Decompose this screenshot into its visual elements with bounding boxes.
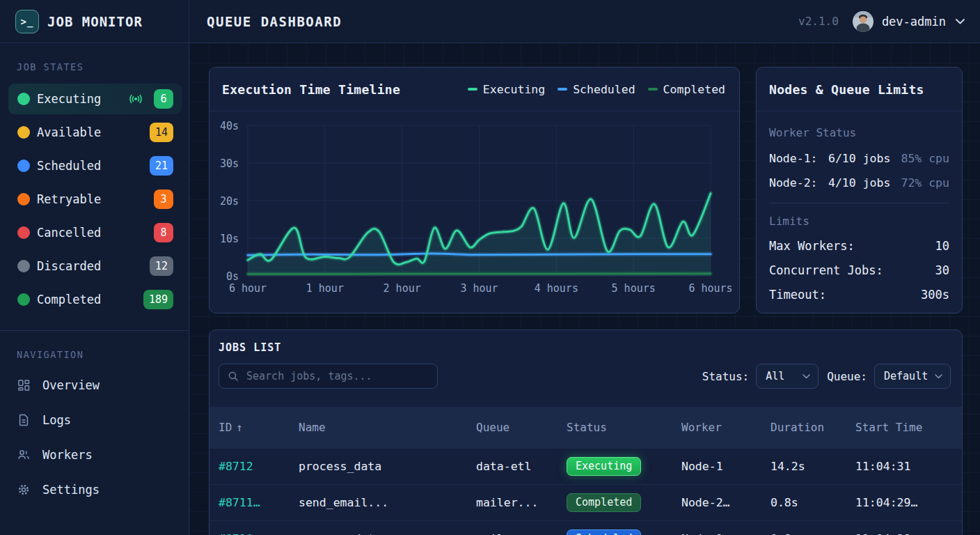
worker-row: Node-1: 6/10 jobs 85% cpu — [769, 152, 949, 165]
chevron-down-icon[interactable] — [956, 19, 965, 24]
logo-glyph: >_ — [21, 16, 34, 27]
column-header[interactable]: Queue — [476, 421, 567, 434]
sidebar-divider — [0, 330, 189, 331]
job-id-link[interactable]: #8710 — [219, 532, 299, 535]
username[interactable]: dev-admin — [882, 15, 946, 29]
legend-dash-icon — [468, 88, 477, 91]
column-header[interactable]: Start Time — [855, 421, 962, 434]
table-row[interactable]: #8710 process_data mailer Scheduled Node… — [210, 520, 962, 535]
column-header[interactable]: ID↑ — [219, 421, 299, 434]
state-dot-icon — [17, 93, 30, 105]
sidebar-state-item[interactable]: Scheduled 21 — [8, 150, 182, 181]
job-queue: mailer — [476, 532, 567, 535]
column-header[interactable]: Status — [567, 421, 681, 434]
jobs-list-card: JOBS LIST Status: All Queue: — [209, 329, 963, 535]
search-input[interactable] — [219, 364, 438, 389]
job-name: send_email... — [299, 496, 476, 509]
column-header[interactable]: Worker — [681, 421, 770, 434]
svg-text:2 hour: 2 hour — [384, 282, 421, 295]
table-row[interactable]: #8712 process_data data-etl Executing No… — [210, 448, 962, 484]
nav-label: Settings — [42, 483, 100, 497]
state-count-badge: 6 — [154, 89, 173, 109]
card-divider — [769, 203, 949, 203]
status-filter-label: Status: — [702, 370, 749, 383]
page-title: QUEUE DASHBOARD — [207, 14, 342, 29]
chevron-down-icon — [803, 374, 810, 379]
job-duration: 0.8s — [770, 532, 855, 535]
svg-text:10s: 10s — [220, 233, 239, 245]
limits-list: Max Workers: 10 Concurrent Jobs: 30 Time… — [769, 239, 949, 302]
worker-status-list: Node-1: 6/10 jobs 85% cpu Node-2: 4/10 j… — [769, 152, 949, 189]
column-header[interactable]: Duration — [770, 421, 855, 434]
svg-text:1 hour: 1 hour — [306, 282, 344, 295]
svg-text:20s: 20s — [220, 195, 239, 208]
limits-heading: Limits — [769, 215, 949, 228]
state-label: Executing — [37, 92, 120, 106]
main-content: Execution Time Timeline Executing Schedu… — [189, 43, 980, 535]
chart-legend: Executing Scheduled Completed — [468, 83, 725, 96]
app-title: JOB MONITOR — [47, 14, 143, 29]
state-dot-icon — [17, 293, 30, 306]
state-dot-icon — [17, 126, 30, 139]
nav-label: Workers — [42, 448, 93, 462]
state-dot-icon — [17, 226, 30, 239]
svg-text:6 hours: 6 hours — [688, 282, 732, 295]
column-header[interactable]: Name — [299, 421, 476, 434]
state-label: Completed — [37, 293, 136, 307]
legend-item: Executing — [468, 83, 545, 96]
sidebar-state-item[interactable]: Discarded 12 — [8, 251, 182, 281]
job-id-link[interactable]: #8712 — [219, 460, 299, 473]
status-filter-select[interactable]: All — [756, 364, 819, 389]
legend-dash-icon — [558, 88, 567, 91]
terminal-logo-icon: >_ — [15, 10, 39, 33]
jobs-list-heading: JOBS LIST — [219, 330, 951, 354]
sort-arrow: ↑ — [236, 421, 243, 434]
version-label: v2.1.0 — [798, 15, 839, 28]
svg-text:4 hours: 4 hours — [535, 282, 578, 295]
sidebar: JOB STATES Executing 6 Available 14 — [0, 43, 189, 535]
sidebar-item-overview[interactable]: Overview — [0, 371, 189, 399]
brand: >_ JOB MONITOR — [0, 0, 189, 43]
job-start-time: 11:04:29 — [855, 532, 962, 535]
svg-text:40s: 40s — [220, 120, 239, 132]
avatar[interactable] — [853, 11, 874, 32]
gear-icon — [17, 483, 31, 497]
status-badge: Executing — [567, 457, 641, 476]
status-badge: Scheduled — [567, 529, 641, 535]
users-icon — [17, 448, 31, 462]
job-name: process_data — [299, 532, 476, 535]
nodes-card-title: Nodes & Queue Limits — [769, 82, 924, 97]
job-worker: Node-2… — [681, 496, 770, 509]
sidebar-state-item[interactable]: Executing 6 — [8, 84, 182, 114]
state-dot-icon — [17, 260, 30, 272]
queue-filter-select[interactable]: Default — [874, 364, 951, 389]
navigation-heading: NAVIGATION — [0, 349, 189, 360]
limit-row: Max Workers: 10 — [769, 239, 949, 253]
nav-label: Logs — [42, 413, 71, 427]
job-start-time: 11:04:31 — [855, 460, 962, 473]
topbar-right: v2.1.0 dev-admin — [798, 11, 965, 32]
job-name: process_data — [299, 460, 476, 473]
jobs-table-body: #8712 process_data data-etl Executing No… — [210, 448, 962, 535]
sidebar-state-item[interactable]: Cancelled 8 — [8, 217, 182, 248]
state-count-badge: 189 — [143, 290, 173, 309]
chart-title: Execution Time Timeline — [222, 82, 400, 97]
worker-status-heading: Worker Status — [769, 126, 949, 139]
navigation: Overview Logs Workers Settings — [0, 371, 189, 511]
live-signal-icon — [127, 93, 144, 104]
limit-row: Concurrent Jobs: 30 — [769, 263, 949, 277]
job-queue: mailer... — [476, 496, 567, 509]
sidebar-state-item[interactable]: Retryable 3 — [8, 184, 182, 215]
sidebar-state-item[interactable]: Available 14 — [8, 117, 182, 148]
limit-row: Timeout: 300s — [769, 288, 949, 302]
sidebar-item-settings[interactable]: Settings — [0, 476, 189, 504]
state-count-badge: 21 — [150, 156, 173, 176]
table-row[interactable]: #8711… send_email... mailer... Completed… — [210, 484, 962, 520]
state-label: Retryable — [37, 192, 147, 206]
sidebar-state-item[interactable]: Completed 189 — [8, 284, 182, 315]
sidebar-item-logs[interactable]: Logs — [0, 406, 189, 434]
state-count-badge: 3 — [154, 189, 173, 209]
sidebar-item-workers[interactable]: Workers — [0, 441, 189, 469]
job-states-list: Executing 6 Available 14 Scheduled — [8, 84, 182, 315]
job-id-link[interactable]: #8711… — [219, 496, 299, 509]
